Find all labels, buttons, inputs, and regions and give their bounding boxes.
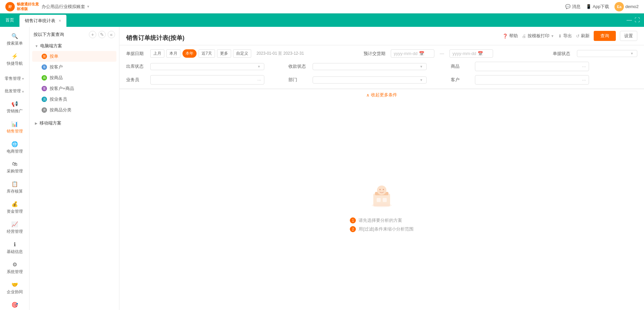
sidebar-item-ecommerce[interactable]: 🌐 电商管理 [0,138,29,158]
date-btn-thisyear[interactable]: 本年 [182,49,197,58]
dept-select[interactable]: ▼ [313,76,427,84]
doc-status-select[interactable]: ▼ [577,50,637,57]
tab-bar-right: — ⛶ [627,17,644,23]
sidebar-item-system[interactable]: ⚙ 系统管理 [0,258,29,278]
expand-arrow-mobile-icon: ▶ [35,121,38,125]
expected-date-end[interactable]: yyyy-mm-dd 📅 [449,49,493,58]
date-btn-thismonth[interactable]: 本月 [166,49,180,58]
scheme-icon-by-cust-goods: 客 [42,86,47,91]
salesman-input[interactable]: ··· [150,75,264,85]
maximize-icon[interactable]: ⛶ [635,17,640,23]
sidebar-item-inventory[interactable]: 📋 库存核算 [0,177,29,198]
collection-chevron-icon: ▼ [420,65,423,68]
operation-icon: 📈 [11,221,18,227]
collapse-panel-btn[interactable]: « [108,31,115,38]
scheme-item-by-order[interactable]: 按 按单 [32,51,116,62]
empty-illustration [365,178,398,212]
minimize-icon[interactable]: — [627,17,632,23]
message-icon: 💬 [565,4,571,9]
sidebar-item-wholesale[interactable]: 批发管理 ▲ [0,85,29,97]
sidebar-item-retail[interactable]: 零售管理 ▼ [0,72,29,85]
query-button[interactable]: 查询 [594,31,616,41]
date-btn-7days[interactable]: 近7天 [199,49,215,58]
filter-row-staff: 业务员 ··· 部门 ▼ 客户 ··· [126,75,637,85]
scheme-item-by-salesman[interactable]: 员 按业务员 [32,94,116,105]
customer-input[interactable]: ··· [475,75,589,85]
sidebar-item-basic[interactable]: ℹ 基础信息 [0,238,29,258]
date-btn-custom[interactable]: 自定义 [233,49,251,58]
scheme-item-by-goods[interactable]: 商 按商品 [32,72,116,83]
scheme-group-mobile-title[interactable]: ▶ 移动端方案 [32,118,116,128]
sidebar-item-finance[interactable]: 💰 资金管理 [0,198,29,218]
scheme-item-by-cust-goods[interactable]: 客 按客户+商品 [32,83,116,94]
left-panel-header: 按以下方案查询 + ✎ « [30,31,119,41]
collection-status-select[interactable]: ▼ [313,63,427,70]
scheme-icon-by-salesman: 员 [42,97,47,102]
sidebar-item-enterprise[interactable]: 🤝 企业协同 [0,278,29,298]
sidebar-item-purchase[interactable]: 🛍 采购管理 [0,158,29,177]
salesman-dots-icon[interactable]: ··· [257,77,261,83]
sidebar-item-marketing[interactable]: 📢 营销推广 [0,97,29,117]
sidebar-item-search-menu[interactable]: 🔍 搜索菜单 [0,30,29,50]
chevron-down-icon: ▼ [87,5,90,8]
app-icon: 📱 [586,4,591,9]
scheme-icon-by-goods: 商 [42,75,47,81]
print-btn[interactable]: 🖨 按模板打印 ▼ [522,33,554,39]
export-btn[interactable]: ⬇ 导出 [558,33,572,39]
sidebar-item-sales[interactable]: 📊 销售管理 [0,117,29,138]
finance-icon: 💰 [11,201,18,207]
logo-area: 好 畅捷通好生意 标准版 [5,2,39,11]
content-area: 按以下方案查询 + ✎ « ▼ 电脑端方案 按 按单 客 [30,27,644,310]
calendar-start-icon: 📅 [419,51,424,56]
collapse-row[interactable]: ∧ 收起更多条件 [119,89,644,101]
scheme-group-pc-title[interactable]: ▼ 电脑端方案 [32,41,116,51]
main-layout: 🔍 搜索菜单 ⚡ 快捷导航 零售管理 ▼ 批发管理 ▲ 📢 营销推广 📊 销售管… [0,27,644,310]
app-download-btn[interactable]: 📱 App下载 [586,4,609,10]
salesman-label: 业务员 [126,77,145,83]
help-btn[interactable]: ❓ 帮助 [502,33,518,39]
scheme-item-by-category[interactable]: 类 按商品分类 [32,105,116,115]
scheme-item-by-customer[interactable]: 客 按客户 [32,62,116,72]
filter-area: 单据日期 上月 本月 本年 近7天 更多 自定义 2023-01-01 至 20… [119,45,644,89]
sidebar-item-quick-nav[interactable]: ⚡ 快捷导航 [0,50,29,70]
customer-dots-icon[interactable]: ··· [582,77,586,83]
edit-scheme-btn[interactable]: ✎ [98,31,106,38]
user-menu[interactable]: Ea demo2 [614,2,639,11]
help-icon: ❓ [502,34,508,39]
message-btn[interactable]: 💬 消息 [565,4,581,10]
scheme-group-pc: ▼ 电脑端方案 按 按单 客 按客户 商 按商品 客 按客 [30,41,119,115]
settings-button[interactable]: 设置 [620,31,637,41]
goods-dots-icon[interactable]: ··· [582,64,586,69]
refresh-btn[interactable]: ↺ 刷新 [576,33,590,39]
expected-date-start[interactable]: yyyy-mm-dd 📅 [391,49,434,58]
add-scheme-btn[interactable]: + [89,31,96,38]
ship-status-select[interactable]: ▼ [150,63,264,70]
top-bar: 好 畅捷通好生意 标准版 办公用品行业模拟账套 ▼ 💬 消息 📱 App下载 E… [0,0,644,13]
left-panel-title: 按以下方案查询 [34,32,64,38]
chevron-icon: ▲ [21,90,24,93]
date-quick-group: 上月 本月 本年 近7天 更多 自定义 [150,49,251,58]
calendar-end-icon: 📅 [478,51,483,56]
date-btn-lastmonth[interactable]: 上月 [150,49,164,58]
svg-rect-7 [383,198,387,202]
tab-sales-order[interactable]: 销售订单统计表 × [19,15,66,27]
enterprise-icon: 🤝 [11,281,18,288]
ship-chevron-icon: ▼ [257,65,261,68]
guide-icon: 🎯 [11,302,18,308]
sidebar-item-operation[interactable]: 📈 经营管理 [0,218,29,238]
tab-close-icon[interactable]: × [59,18,61,23]
date-btn-more[interactable]: 更多 [217,49,231,58]
date-label: 单据日期 [126,51,145,57]
scheme-icon-by-customer: 客 [42,64,47,70]
industry-selector[interactable]: 办公用品行业模拟账套 ▼ [42,4,90,10]
tab-home[interactable]: 首页 [0,13,19,27]
page-header-actions: ❓ 帮助 🖨 按模板打印 ▼ ⬇ 导出 ↺ 刷新 [502,31,637,45]
goods-input[interactable]: ··· [475,62,589,71]
svg-point-5 [383,189,384,190]
empty-tip-2: 2 用[过滤]条件来缩小分析范围 [350,226,413,232]
empty-state: 1 请先选择要分析的方案 2 用[过滤]条件来缩小分析范围 [119,101,644,310]
print-chevron-icon: ▼ [551,34,554,38]
sidebar-item-guide[interactable]: 🎯 新手引导 [0,298,29,310]
refresh-icon: ↺ [576,34,580,39]
search-icon: 🔍 [11,33,18,39]
